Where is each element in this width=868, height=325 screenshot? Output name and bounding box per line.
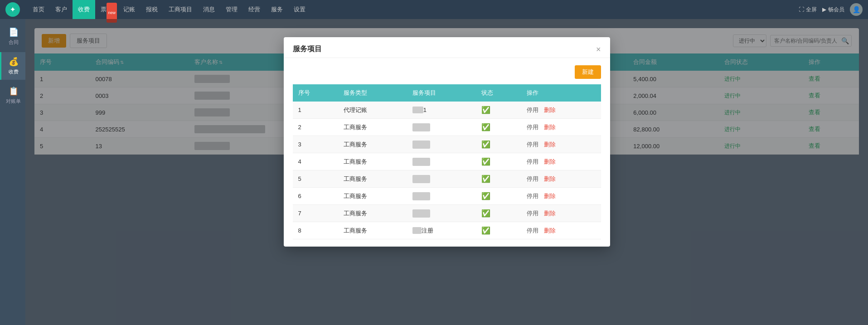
member-icon: ▶ bbox=[822, 6, 826, 13]
modal-cell-item bbox=[407, 205, 476, 222]
list-item: 8 工商服务 注册 ✅ 停用 删除 bbox=[293, 222, 601, 239]
modal-cell-status: ✅ bbox=[476, 153, 521, 170]
modal-new-button[interactable]: 新建 bbox=[575, 65, 601, 79]
delete-action[interactable]: 删除 bbox=[544, 124, 556, 131]
list-item: 1 代理记账 1 ✅ 停用 删除 bbox=[293, 102, 601, 119]
modal-cell-status: ✅ bbox=[476, 222, 521, 239]
status-check-icon: ✅ bbox=[481, 175, 490, 183]
stop-action[interactable]: 停用 bbox=[527, 124, 538, 131]
modal-cell-item bbox=[407, 170, 476, 188]
modal-cell-actions[interactable]: 停用 删除 bbox=[521, 102, 601, 119]
nav-manage[interactable]: 管理 bbox=[220, 0, 243, 19]
modal-cell-seq: 5 bbox=[293, 170, 338, 188]
modal-cell-actions[interactable]: 停用 删除 bbox=[521, 119, 601, 136]
modal-cell-actions[interactable]: 停用 删除 bbox=[521, 153, 601, 170]
modal-toolbar: 新建 bbox=[293, 65, 601, 79]
modal-table: 序号 服务类型 服务项目 状态 操作 1 代理记账 1 ✅ 停用 bbox=[293, 84, 601, 239]
status-check-icon: ✅ bbox=[481, 192, 490, 200]
list-item: 6 工商服务 ✅ 停用 删除 bbox=[293, 188, 601, 205]
modal-cell-status: ✅ bbox=[476, 102, 521, 119]
delete-action[interactable]: 删除 bbox=[544, 175, 556, 182]
stop-action[interactable]: 停用 bbox=[527, 141, 538, 148]
main-layout: 📄 合同 💰 收费 📋 对账单 新增 服务项目 进行中 bbox=[0, 19, 868, 325]
sidebar-item-reconciliation[interactable]: 📋 对账单 bbox=[0, 82, 25, 109]
modal-cell-actions[interactable]: 停用 删除 bbox=[521, 170, 601, 188]
nav-home[interactable]: 首页 bbox=[27, 0, 50, 19]
nav-bookkeeping[interactable]: 记账 bbox=[118, 0, 141, 19]
modal-cell-seq: 7 bbox=[293, 205, 338, 222]
modal-cell-seq: 1 bbox=[293, 102, 338, 119]
stop-action[interactable]: 停用 bbox=[527, 210, 538, 217]
modal-cell-actions[interactable]: 停用 删除 bbox=[521, 205, 601, 222]
modal-cell-actions[interactable]: 停用 删除 bbox=[521, 188, 601, 205]
modal-cell-type: 工商服务 bbox=[338, 205, 407, 222]
nav-service[interactable]: 服务 bbox=[266, 0, 288, 19]
modal-cell-type: 工商服务 bbox=[338, 170, 407, 188]
sidebar-label-contract: 合同 bbox=[9, 39, 19, 46]
modal-cell-item: 注册 bbox=[407, 222, 476, 239]
stop-action[interactable]: 停用 bbox=[527, 107, 538, 113]
list-item: 5 工商服务 ✅ 停用 删除 bbox=[293, 170, 601, 188]
modal-cell-item bbox=[407, 119, 476, 136]
modal-cell-type: 工商服务 bbox=[338, 153, 407, 170]
fullscreen-button[interactable]: ⛶ 全屏 bbox=[799, 6, 817, 14]
stop-action[interactable]: 停用 bbox=[527, 193, 538, 199]
billing-icon: 💰 bbox=[9, 57, 19, 67]
delete-action[interactable]: 删除 bbox=[544, 107, 556, 113]
modal-cell-type: 工商服务 bbox=[338, 136, 407, 153]
modal-title: 服务项目 bbox=[293, 44, 322, 54]
sidebar-label-reconciliation: 对账单 bbox=[6, 98, 21, 105]
status-check-icon: ✅ bbox=[481, 158, 490, 165]
avatar[interactable]: 👤 bbox=[850, 3, 863, 16]
modal-cell-actions[interactable]: 停用 删除 bbox=[521, 136, 601, 153]
sidebar-label-billing: 收费 bbox=[9, 68, 19, 75]
modal-cell-seq: 4 bbox=[293, 153, 338, 170]
modal-col-item: 服务项目 bbox=[407, 84, 476, 102]
nav-tax[interactable]: 报税 bbox=[141, 0, 163, 19]
delete-action[interactable]: 删除 bbox=[544, 210, 556, 217]
stop-action[interactable]: 停用 bbox=[527, 175, 538, 182]
nav-client[interactable]: 客户 bbox=[50, 0, 73, 19]
fullscreen-icon: ⛶ bbox=[799, 6, 804, 13]
delete-action[interactable]: 删除 bbox=[544, 227, 556, 234]
modal-cell-item bbox=[407, 188, 476, 205]
modal-table-header-row: 序号 服务类型 服务项目 状态 操作 bbox=[293, 84, 601, 102]
modal-cell-actions[interactable]: 停用 删除 bbox=[521, 222, 601, 239]
delete-action[interactable]: 删除 bbox=[544, 141, 556, 148]
delete-action[interactable]: 删除 bbox=[544, 193, 556, 199]
modal-cell-status: ✅ bbox=[476, 188, 521, 205]
sidebar-item-billing[interactable]: 💰 收费 bbox=[0, 52, 25, 80]
modal-cell-seq: 3 bbox=[293, 136, 338, 153]
stop-action[interactable]: 停用 bbox=[527, 158, 538, 165]
stop-action[interactable]: 停用 bbox=[527, 227, 538, 234]
modal-cell-seq: 2 bbox=[293, 119, 338, 136]
modal-close-button[interactable]: × bbox=[596, 45, 601, 53]
modal-col-status: 状态 bbox=[476, 84, 521, 102]
modal-cell-item: 1 bbox=[407, 102, 476, 119]
list-item: 4 工商服务 ✅ 停用 删除 bbox=[293, 153, 601, 170]
modal-cell-status: ✅ bbox=[476, 136, 521, 153]
sidebar-item-contract[interactable]: 📄 合同 bbox=[0, 23, 25, 50]
modal-cell-type: 工商服务 bbox=[338, 188, 407, 205]
list-item: 2 工商服务 ✅ 停用 删除 bbox=[293, 119, 601, 136]
reconciliation-icon: 📋 bbox=[9, 86, 19, 96]
modal-cell-status: ✅ bbox=[476, 119, 521, 136]
nav-invoice[interactable]: 票据 new bbox=[95, 0, 118, 19]
modal-cell-type: 工商服务 bbox=[338, 119, 407, 136]
status-check-icon: ✅ bbox=[481, 106, 490, 114]
modal-cell-item bbox=[407, 136, 476, 153]
app-logo: ✦ bbox=[5, 2, 20, 17]
list-item: 3 工商服务 ✅ 停用 删除 bbox=[293, 136, 601, 153]
nav-message[interactable]: 消息 bbox=[198, 0, 220, 19]
nav-bizproject[interactable]: 工商项目 bbox=[163, 0, 198, 19]
nav-settings[interactable]: 设置 bbox=[288, 0, 311, 19]
nav-business[interactable]: 经营 bbox=[243, 0, 266, 19]
modal-cell-status: ✅ bbox=[476, 170, 521, 188]
member-button[interactable]: ▶ 畅会员 bbox=[822, 6, 844, 14]
nav-billing[interactable]: 收费 bbox=[73, 0, 95, 19]
modal-col-seq: 序号 bbox=[293, 84, 338, 102]
delete-action[interactable]: 删除 bbox=[544, 158, 556, 165]
modal-cell-seq: 6 bbox=[293, 188, 338, 205]
modal-cell-type: 代理记账 bbox=[338, 102, 407, 119]
modal-body: 新建 序号 服务类型 服务项目 状态 操作 bbox=[284, 58, 610, 247]
